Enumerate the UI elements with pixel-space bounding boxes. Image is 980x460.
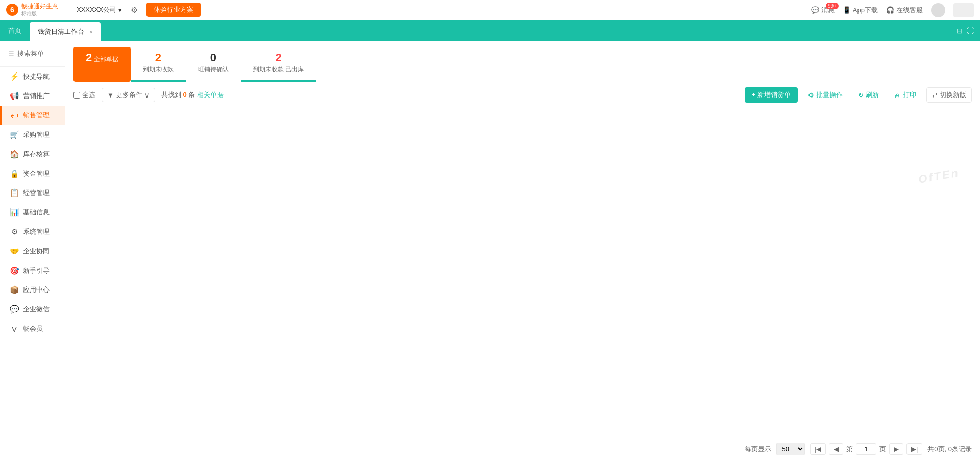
- page-size-label: 每页显示: [745, 445, 771, 454]
- online-service-button[interactable]: 🎧 在线客服: [886, 6, 923, 15]
- sidebar-item-marketing[interactable]: 📢 营销推广: [0, 86, 65, 106]
- refresh-button[interactable]: ↻ 刷新: [853, 88, 884, 102]
- select-all-checkbox[interactable]: 全选: [74, 90, 95, 100]
- stat-tab-overdue[interactable]: 2 到期未收款: [131, 47, 186, 82]
- main-layout: ☰ 搜索菜单 ⚡ 快捷导航 📢 营销推广 🏷 销售管理 🛒 采购管理: [0, 41, 980, 460]
- toolbar: 全选 ▼ 更多条件 ∨ 共找到 0 条 相关单据 + 新增销货单: [65, 82, 980, 108]
- toolbar-left: 全选 ▼ 更多条件 ∨ 共找到 0 条 相关单据: [74, 88, 739, 102]
- prev-page-button[interactable]: ◀: [829, 443, 843, 455]
- sidebar-nav: ⚡ 快捷导航 📢 营销推广 🏷 销售管理 🛒 采购管理 🏠 库存核算 🔒: [0, 67, 65, 460]
- content-area: 2 全部单据 2 到期未收款 0 旺铺待确认 2 到期未收款 已出库: [65, 41, 980, 460]
- sidebar-item-purchase[interactable]: 🛒 采购管理: [0, 125, 65, 144]
- sidebar-item-app-center[interactable]: 📦 应用中心: [0, 280, 65, 300]
- sidebar-item-enterprise[interactable]: 🤝 企业协同: [0, 241, 65, 261]
- stat-tab-shipped[interactable]: 2 到期未收款 已出库: [241, 47, 316, 82]
- next-page-button[interactable]: ▶: [889, 443, 903, 455]
- avatar-extra[interactable]: [953, 3, 974, 17]
- print-icon: 🖨: [894, 91, 901, 99]
- stat-num-shipped: 2: [275, 51, 281, 64]
- stats-tabs: 2 全部单据 2 到期未收款 0 旺铺待确认 2 到期未收款 已出库: [65, 41, 980, 82]
- purchase-icon: 🛒: [10, 130, 19, 139]
- switch-version-button[interactable]: ⇄ 切换新版: [926, 87, 972, 103]
- sidebar-item-quick-nav[interactable]: ⚡ 快捷导航: [0, 67, 65, 86]
- sidebar: ☰ 搜索菜单 ⚡ 快捷导航 📢 营销推广 🏷 销售管理 🛒 采购管理: [0, 41, 65, 460]
- related-orders-link[interactable]: 相关单据: [197, 91, 224, 99]
- operations-icon: 📋: [10, 188, 19, 198]
- print-button[interactable]: 🖨 打印: [889, 88, 921, 102]
- total-info: 共0页, 0条记录: [927, 445, 972, 454]
- switch-icon: ⇄: [932, 91, 938, 99]
- trial-button[interactable]: 体验行业方案: [146, 3, 201, 17]
- sidebar-item-wechat[interactable]: 💬 企业微信: [0, 300, 65, 319]
- sidebar-item-base-info[interactable]: 📊 基础信息: [0, 203, 65, 222]
- page-controls: |◀ ◀ 第 页 ▶ ▶|: [810, 443, 923, 455]
- sidebar-item-sales[interactable]: 🏷 销售管理: [0, 106, 65, 125]
- checkbox-input[interactable]: [74, 92, 80, 99]
- tab-expand-button[interactable]: ⛶: [967, 27, 974, 35]
- message-button[interactable]: 💬 消息 99+: [811, 6, 835, 15]
- company-name: XXXXXX公司: [77, 5, 116, 14]
- stat-num-all: 2: [86, 51, 92, 64]
- app-download-button[interactable]: 📱 App下载: [843, 6, 878, 15]
- logo-sub: 标准版: [21, 10, 58, 17]
- content-inner: 2 全部单据 2 到期未收款 0 旺铺待确认 2 到期未收款 已出库: [65, 41, 980, 460]
- company-selector[interactable]: XXXXXX公司 ▾: [77, 5, 122, 14]
- found-count: 0: [183, 91, 187, 99]
- tab-home[interactable]: 首页: [0, 20, 30, 41]
- tab-bar: 首页 钱货日清工作台 × ⊟ ⛶: [0, 20, 980, 41]
- tab-work-bench[interactable]: 钱货日清工作台 ×: [30, 22, 101, 41]
- stat-label-overdue: 到期未收款: [143, 65, 174, 74]
- settings-button[interactable]: ⚙: [127, 3, 141, 17]
- last-page-button[interactable]: ▶|: [906, 443, 922, 455]
- stat-num-pending: 0: [210, 51, 216, 64]
- refresh-icon: ↻: [858, 91, 864, 99]
- search-icon: ☰: [8, 50, 14, 58]
- base-info-icon: 📊: [10, 208, 19, 217]
- top-bar-right: 💬 消息 99+ 📱 App下载 🎧 在线客服: [811, 3, 974, 17]
- sidebar-item-guide[interactable]: 🎯 新手引导: [0, 261, 65, 280]
- tab-close-icon[interactable]: ×: [89, 29, 92, 35]
- quick-nav-icon: ⚡: [10, 72, 19, 81]
- page-number-input[interactable]: [856, 443, 876, 455]
- sidebar-item-inventory[interactable]: 🏠 库存核算: [0, 144, 65, 164]
- filter-icon: ▼: [107, 91, 114, 99]
- stat-tab-all[interactable]: 2 全部单据: [74, 47, 131, 82]
- avatar[interactable]: [931, 3, 945, 17]
- enterprise-icon: 🤝: [10, 247, 19, 256]
- filter-button[interactable]: ▼ 更多条件 ∨: [102, 88, 155, 102]
- sidebar-item-vip[interactable]: V 畅会员: [0, 319, 65, 338]
- app-center-icon: 📦: [10, 285, 19, 295]
- first-page-button[interactable]: |◀: [810, 443, 826, 455]
- stat-label-shipped: 到期未收款 已出库: [253, 65, 304, 74]
- tab-bar-actions: ⊟ ⛶: [957, 27, 980, 35]
- sidebar-item-system[interactable]: ⚙ 系统管理: [0, 222, 65, 241]
- new-sales-order-button[interactable]: + 新增销货单: [745, 87, 798, 103]
- found-text: 共找到 0 条 相关单据: [161, 90, 224, 100]
- batch-icon: ⚙: [808, 91, 814, 99]
- logo-icon: 6: [6, 4, 18, 16]
- logo-area: 6 畅捷通好生意 标准版: [6, 3, 71, 17]
- top-bar-left: 6 畅捷通好生意 标准版 XXXXXX公司 ▾ ⚙ 体验行业方案: [6, 3, 201, 17]
- guide-icon: 🎯: [10, 266, 19, 275]
- wechat-icon: 💬: [10, 305, 19, 314]
- sales-icon: 🏷: [10, 111, 19, 120]
- top-bar: 6 畅捷通好生意 标准版 XXXXXX公司 ▾ ⚙ 体验行业方案 💬 消息 99…: [0, 0, 980, 20]
- chevron-down-icon: ▾: [118, 6, 122, 14]
- stat-label-all: 全部单据: [94, 56, 118, 63]
- batch-operation-button[interactable]: ⚙ 批量操作: [803, 88, 848, 102]
- inventory-icon: 🏠: [10, 150, 19, 159]
- tab-collapse-button[interactable]: ⊟: [957, 27, 963, 35]
- sidebar-item-finance[interactable]: 🔒 资金管理: [0, 164, 65, 183]
- stat-tab-pending[interactable]: 0 旺铺待确认: [186, 47, 241, 82]
- search-menu-item[interactable]: ☰ 搜索菜单: [4, 46, 61, 61]
- logo-text: 畅捷通好生意: [21, 3, 58, 10]
- vip-icon: V: [10, 325, 19, 333]
- page-label-end: 页: [879, 445, 886, 454]
- stat-label-pending: 旺铺待确认: [198, 65, 229, 74]
- table-area: OfTEn: [65, 108, 980, 438]
- toolbar-right: + 新增销货单 ⚙ 批量操作 ↻ 刷新 🖨 打印 ⇄: [745, 87, 972, 103]
- sidebar-item-operations[interactable]: 📋 经营管理: [0, 183, 65, 203]
- message-icon: 💬: [811, 6, 819, 14]
- watermark: OfTEn: [917, 166, 960, 186]
- page-size-select[interactable]: 50 20 100: [776, 443, 805, 455]
